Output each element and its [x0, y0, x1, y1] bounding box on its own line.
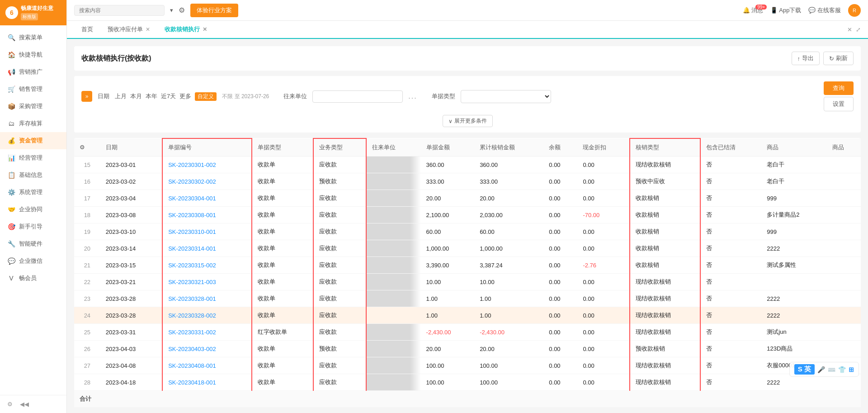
sidebar-item-basic[interactable]: 📋基础信息	[0, 166, 66, 184]
col-header-goods[interactable]: 商品	[761, 138, 827, 157]
tab-close-all-icon[interactable]: ✕	[847, 26, 852, 33]
settings-icon[interactable]: ⚙	[7, 401, 13, 408]
cell-bill-type: 收款单	[252, 307, 314, 324]
date-7days[interactable]: 近7天	[161, 92, 176, 101]
date-this-month[interactable]: 本月	[130, 92, 142, 101]
cell-biz-type: 应收款	[313, 157, 366, 173]
cell-acc-amount: -2,430.00	[474, 324, 543, 341]
sidebar-item-purchase[interactable]: 📦采购管理	[0, 98, 66, 115]
bill-no-link[interactable]: SK-20230418-001	[168, 379, 216, 386]
bill-no-link[interactable]: SK-20230403-002	[168, 346, 216, 352]
tab-prepay-close[interactable]: ✕	[146, 26, 150, 33]
sidebar-item-hardware[interactable]: 🔧智能硬件	[0, 235, 66, 252]
bill-no-link[interactable]: SK-20230304-001	[168, 195, 216, 202]
col-header-settings[interactable]: ⚙	[74, 138, 100, 157]
sidebar-item-newbie[interactable]: 🎯新手引导	[0, 218, 66, 235]
table-scroll-area[interactable]: ⚙ 日期 单据编号 单据类型 业务类型 往来单位 单据金额 累计核销金额 余额 …	[74, 138, 861, 408]
expand-more-btn[interactable]: ∨ 展开更多条件	[443, 115, 493, 127]
cell-date: 2023-03-21	[100, 274, 162, 290]
tab-home[interactable]: 首页	[74, 21, 100, 39]
partner-filter-input[interactable]	[312, 90, 403, 103]
tab-cancel-close[interactable]: ✕	[203, 26, 207, 33]
bill-no-link[interactable]: SK-20230328-001	[168, 295, 216, 302]
cell-num: 17	[74, 190, 100, 207]
user-avatar[interactable]: R	[848, 4, 861, 17]
sidebar-item-inventory[interactable]: 🗂库存核算	[0, 115, 66, 132]
sidebar-item-search[interactable]: 🔍搜索菜单	[0, 29, 66, 46]
sidebar-item-corp[interactable]: 🤝企业协同	[0, 201, 66, 218]
col-header-bill-type[interactable]: 单据类型	[252, 138, 314, 157]
cell-num: 27	[74, 357, 100, 374]
dropdown-arrow[interactable]: ▾	[170, 7, 173, 14]
bill-no-link[interactable]: SK-20230301-002	[168, 161, 216, 168]
cell-date: 2023-04-08	[100, 357, 162, 374]
sidebar-item-sales[interactable]: 🛒销售管理	[0, 81, 66, 98]
sidebar-item-operation[interactable]: 📊经营管理	[0, 149, 66, 166]
sidebar-item-wechat[interactable]: 💬企业微信	[0, 252, 66, 270]
bill-type-filter-select[interactable]	[461, 90, 551, 103]
cell-balance: 0.00	[543, 341, 577, 357]
col-header-amount[interactable]: 单据金额	[421, 138, 475, 157]
cell-goods: 999	[761, 190, 827, 207]
cell-bill-no: SK-20230310-001	[162, 223, 252, 240]
refresh-button[interactable]: ↻ 刷新	[823, 52, 854, 65]
sidebar-item-finance[interactable]: 💰资金管理	[0, 132, 66, 149]
bill-no-link[interactable]: SK-20230321-003	[168, 279, 216, 285]
bill-no-link[interactable]: SK-20230408-001	[168, 362, 216, 369]
cell-bill-no: SK-20230304-001	[162, 190, 252, 207]
cell-date: 2023-03-04	[100, 190, 162, 207]
messages-icon[interactable]: 🔔 消息 99+	[743, 6, 764, 14]
collapse-icon[interactable]: ◀◀	[20, 401, 29, 408]
col-header-discount[interactable]: 现金折扣	[577, 138, 630, 157]
sidebar-item-marketing[interactable]: 📢营销推广	[0, 63, 66, 81]
col-header-balance[interactable]: 余额	[543, 138, 577, 157]
date-this-year[interactable]: 本年	[146, 92, 157, 101]
sidebar-item-member[interactable]: V畅会员	[0, 270, 66, 287]
date-custom-btn[interactable]: 自定义	[195, 92, 217, 101]
setting-button[interactable]: 设置	[824, 97, 854, 111]
col-header-partner[interactable]: 往来单位	[366, 138, 420, 157]
cell-date: 2023-03-01	[100, 157, 162, 173]
export-button[interactable]: ↑ 导出	[792, 52, 820, 65]
filter-toggle-btn[interactable]: »	[81, 91, 92, 102]
tab-fullscreen-icon[interactable]: ⤢	[856, 26, 861, 33]
cell-goods2	[827, 190, 861, 207]
col-header-acc-amount[interactable]: 累计核销金额	[474, 138, 543, 157]
cell-balance: 0.00	[543, 157, 577, 173]
gear-icon[interactable]: ⚙	[179, 6, 185, 14]
online-service-link[interactable]: 💬 在线客服	[808, 6, 841, 14]
date-last-month[interactable]: 上月	[115, 92, 127, 101]
main-area: ▾ ⚙ 体验行业方案 🔔 消息 99+ 📱 App下载 💬 在线客服 R 首页 …	[67, 0, 868, 413]
search-input[interactable]	[74, 5, 165, 16]
col-header-include-settled[interactable]: 包含已结清	[700, 138, 761, 157]
col-header-goods2[interactable]: 商品	[827, 138, 861, 157]
sidebar-item-quicknav[interactable]: 🏠快捷导航	[0, 46, 66, 63]
bill-no-link[interactable]: SK-20230308-001	[168, 212, 216, 218]
bill-no-link[interactable]: SK-20230310-001	[168, 228, 216, 235]
partner-filter-dots[interactable]: ...	[408, 92, 417, 100]
sidebar-item-label-purchase: 采购管理	[19, 102, 42, 110]
col-header-bill-no[interactable]: 单据编号	[162, 138, 252, 157]
query-button[interactable]: 查询	[824, 81, 854, 95]
cell-include-settled: 否	[700, 223, 761, 240]
operation-icon: 📊	[7, 154, 15, 161]
bill-no-link[interactable]: SK-20230331-002	[168, 329, 216, 336]
col-header-biz-type[interactable]: 业务类型	[313, 138, 366, 157]
bill-no-link[interactable]: SK-20230302-002	[168, 178, 216, 185]
col-header-cancel-type[interactable]: 核销类型	[630, 138, 700, 157]
cell-date: 2023-03-08	[100, 207, 162, 223]
marketing-icon: 📢	[7, 68, 15, 76]
bill-no-link[interactable]: SK-20230314-001	[168, 245, 216, 252]
tab-prepay[interactable]: 预收冲应付单 ✕	[100, 21, 157, 39]
cell-goods2	[827, 341, 861, 357]
tab-cancel[interactable]: 收款核销执行 ✕	[157, 21, 214, 39]
bill-no-link[interactable]: SK-20230315-002	[168, 262, 216, 269]
industry-solution-button[interactable]: 体验行业方案	[190, 4, 238, 17]
bill-no-link[interactable]: SK-20230328-002	[168, 312, 216, 319]
cell-discount: 0.00	[577, 240, 630, 257]
col-header-date[interactable]: 日期	[100, 138, 162, 157]
newbie-icon: 🎯	[7, 223, 15, 230]
app-download-link[interactable]: 📱 App下载	[770, 6, 801, 14]
sidebar-item-system[interactable]: ⚙️系统管理	[0, 184, 66, 201]
date-more[interactable]: 更多	[179, 92, 191, 101]
